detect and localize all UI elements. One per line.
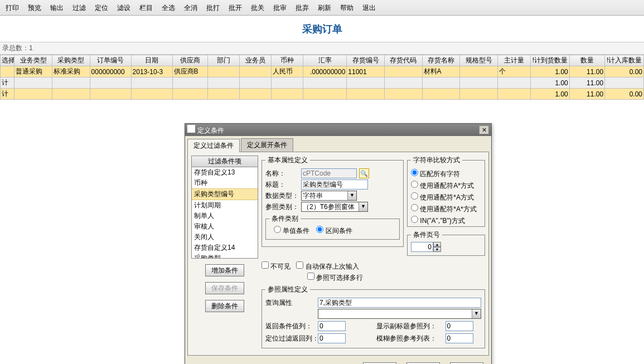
- cell: 标准采购: [52, 66, 90, 77]
- query-attr-select[interactable]: ▼: [318, 309, 481, 319]
- toolbar-过滤[interactable]: 过滤: [68, 1, 90, 15]
- table-row[interactable]: 计1.0011.000.00: [1, 89, 644, 100]
- title-area: 采购订单: [0, 16, 644, 42]
- chevron-down-icon: ▼: [472, 309, 481, 318]
- tab-expand-condition[interactable]: 定义展开条件: [241, 138, 293, 152]
- toolbar-批关[interactable]: 批关: [246, 1, 269, 15]
- col-header[interactable]: !计到货数量: [531, 55, 570, 66]
- col-header[interactable]: 采购类型: [52, 55, 90, 66]
- col-header[interactable]: 业务员: [240, 55, 272, 66]
- list-item[interactable]: 存货自定义13: [192, 167, 258, 178]
- toolbar-栏目[interactable]: 栏目: [135, 1, 157, 15]
- list-item[interactable]: 采购类型: [192, 253, 258, 259]
- ref-multi-checkbox[interactable]: 参照可选择多行: [307, 273, 363, 283]
- retcol-input[interactable]: [318, 321, 346, 331]
- toolbar-刷新[interactable]: 刷新: [313, 1, 336, 15]
- col-header[interactable]: 日期: [131, 55, 172, 66]
- locate-input[interactable]: [318, 333, 346, 343]
- col-header[interactable]: 选择: [1, 55, 14, 66]
- compare-option[interactable]: 使用通配符A*方式: [411, 181, 481, 191]
- col-header[interactable]: 订单编号: [90, 55, 131, 66]
- cell: [384, 77, 422, 89]
- range-value-radio[interactable]: 区间条件: [316, 226, 352, 236]
- dialog-panel: 过滤条件项 存货自定义13币种采购类型编号计划周期制单人审核人关闭人存货自定义1…: [187, 152, 489, 356]
- compare-option[interactable]: IN("A","B")方式: [411, 216, 481, 226]
- col-header[interactable]: !计入库数量: [605, 55, 644, 66]
- col-header[interactable]: 主计量: [497, 55, 530, 66]
- query-attr-input[interactable]: [318, 298, 481, 308]
- col-header[interactable]: 存货名称: [422, 55, 460, 66]
- cell: [303, 89, 347, 100]
- single-value-radio[interactable]: 单值条件: [274, 226, 309, 236]
- list-item[interactable]: 关闭人: [192, 232, 258, 242]
- subtitle-input[interactable]: [446, 321, 473, 331]
- chevron-down-icon: ▼: [347, 191, 356, 200]
- col-header[interactable]: 币种: [272, 55, 303, 66]
- cell: [384, 89, 422, 100]
- title-label: 标题：: [265, 180, 299, 190]
- col-header[interactable]: 存货代码: [384, 55, 422, 66]
- cell: [605, 77, 644, 89]
- toolbar-全选[interactable]: 全选: [157, 1, 180, 15]
- compare-option[interactable]: 匹配所有字符: [411, 169, 481, 179]
- delete-condition-button[interactable]: 删除条件: [205, 300, 244, 312]
- toolbar-批弃[interactable]: 批弃: [291, 1, 313, 15]
- col-header[interactable]: 供应商: [172, 55, 207, 66]
- reftype-select[interactable]: （2）T6参照窗体▼: [301, 202, 368, 212]
- close-icon[interactable]: ✕: [479, 125, 489, 134]
- spin-up-icon[interactable]: ▲: [433, 242, 441, 247]
- pageno-input[interactable]: [411, 242, 433, 252]
- toolbar-输出[interactable]: 输出: [46, 1, 68, 15]
- dialog-tabs: 定义过滤条件 定义展开条件: [185, 136, 491, 152]
- toolbar-批审[interactable]: 批审: [269, 1, 291, 15]
- toolbar-打印[interactable]: 打印: [1, 1, 23, 15]
- toolbar-批开[interactable]: 批开: [224, 1, 246, 15]
- add-condition-button[interactable]: 增加条件: [205, 264, 244, 276]
- pageno-stepper[interactable]: ▲▼: [411, 242, 441, 252]
- ref-attr-fieldset: 参照属性定义 查询属性 ▼ 返回条件值列：: [262, 285, 485, 348]
- col-header[interactable]: 存货编号: [347, 55, 385, 66]
- save-condition-button[interactable]: 保存条件: [205, 282, 244, 294]
- grid-wrapper: 选择业务类型采购类型订单编号日期供应商部门业务员币种汇率存货编号存货代码存货名称…: [0, 55, 644, 100]
- compare-option[interactable]: 使用通配符*A方式: [411, 192, 481, 202]
- col-header[interactable]: 数量: [569, 55, 604, 66]
- spin-down-icon[interactable]: ▼: [433, 247, 441, 252]
- toolbar-退出[interactable]: 退出: [358, 1, 380, 15]
- invisible-checkbox[interactable]: 不可见: [262, 261, 290, 271]
- cell: 1.00: [531, 66, 570, 77]
- list-item[interactable]: 存货自定义14: [192, 242, 258, 253]
- toolbar-帮助[interactable]: 帮助: [336, 1, 358, 15]
- toolbar-预览[interactable]: 预览: [23, 1, 46, 15]
- table-row[interactable]: 普通采购标准采购0000000002013-10-3供应商B人民币.000000…: [1, 66, 644, 77]
- table-row[interactable]: 计1.0011.00: [1, 77, 644, 89]
- col-header[interactable]: 汇率: [303, 55, 347, 66]
- list-item[interactable]: 审核人: [192, 221, 258, 232]
- col-header[interactable]: 业务类型: [14, 55, 52, 66]
- name-label: 名称：: [265, 169, 299, 178]
- name-input: [301, 168, 357, 178]
- dialog-titlebar[interactable]: 定义条件 ✕: [185, 124, 491, 136]
- autosave-checkbox[interactable]: 自动保存上次输入: [296, 261, 359, 271]
- title-input[interactable]: [301, 179, 368, 190]
- col-header[interactable]: 规格型号: [460, 55, 498, 66]
- lookup-icon[interactable]: 🔍: [359, 168, 369, 178]
- cell: [240, 89, 272, 100]
- fuzzy-input[interactable]: [446, 333, 473, 343]
- col-header[interactable]: 部门: [207, 55, 239, 66]
- list-item[interactable]: 计划周期: [192, 200, 258, 211]
- filter-list[interactable]: 存货自定义13币种采购类型编号计划周期制单人审核人关闭人存货自定义14采购类型存…: [191, 167, 258, 259]
- toolbar-批打[interactable]: 批打: [202, 1, 224, 15]
- tab-filter-condition[interactable]: 定义过滤条件: [187, 139, 240, 152]
- datatype-select[interactable]: 字符串▼: [301, 191, 357, 201]
- list-item[interactable]: 制单人: [192, 211, 258, 221]
- toolbar-滤设[interactable]: 滤设: [113, 1, 135, 15]
- toolbar-全消[interactable]: 全消: [180, 1, 202, 15]
- cell: [207, 77, 239, 89]
- basic-attr-fieldset: 基本属性定义 名称： 🔍 标题： 数据类型：: [262, 156, 404, 247]
- list-item[interactable]: 币种: [192, 178, 258, 188]
- compare-option[interactable]: 使用通配符*A*方式: [411, 204, 481, 214]
- list-item[interactable]: 采购类型编号: [192, 188, 258, 200]
- cell: [460, 89, 498, 100]
- cell: [422, 77, 460, 89]
- toolbar-定位[interactable]: 定位: [90, 1, 113, 15]
